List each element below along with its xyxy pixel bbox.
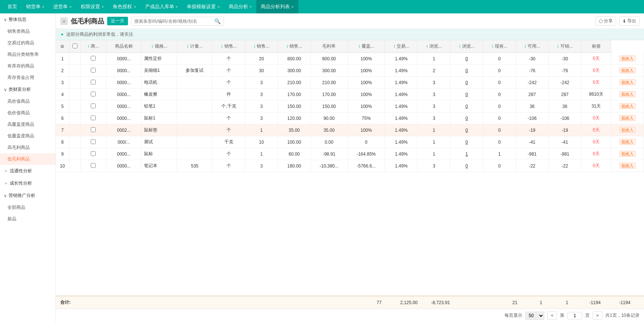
browse1-link[interactable]: 0 bbox=[465, 140, 468, 145]
search-input[interactable] bbox=[134, 19, 214, 24]
per-page-select[interactable]: 50 10 20 100 bbox=[525, 312, 544, 320]
row-checkbox[interactable] bbox=[80, 112, 106, 124]
sidebar-section-wealth[interactable]: ∨ 类财富分析 bbox=[0, 83, 55, 96]
sidebar-item-category-sales-rate[interactable]: 商品分类销售率 bbox=[0, 49, 55, 60]
sidebar-item-low-value[interactable]: 低价值商品 bbox=[0, 107, 55, 119]
row-browse1[interactable]: 0 bbox=[450, 124, 483, 136]
browse1-link[interactable]: 0 bbox=[465, 128, 468, 133]
row-checkbox[interactable] bbox=[80, 124, 106, 136]
sidebar-section-marketing[interactable]: ∨ 营销推广分析 bbox=[0, 189, 55, 202]
sidebar-item-stock-capital[interactable]: 库存资金占用 bbox=[0, 72, 55, 83]
nav-item-permissions[interactable]: 权限设置 × bbox=[76, 0, 108, 13]
row-browse1[interactable]: 0 bbox=[450, 160, 483, 172]
page-title: 低毛利商品 bbox=[71, 17, 104, 26]
browse1-link[interactable]: 0 bbox=[465, 92, 468, 97]
browse1-link[interactable]: 0 bbox=[465, 80, 468, 85]
col-coverage[interactable]: ↕ 覆盖... bbox=[347, 40, 385, 53]
close-icon[interactable]: × bbox=[176, 4, 178, 9]
sidebar-item-high-coverage[interactable]: 高覆盖度商品 bbox=[0, 119, 55, 130]
sidebar-item-low-margin[interactable]: 低毛利商品 bbox=[0, 153, 55, 165]
nav-item-analysis-list[interactable]: 商品分析列表 × bbox=[256, 0, 298, 13]
filter-recent-month-button[interactable]: 近一月 bbox=[107, 17, 128, 25]
row-checkbox[interactable] bbox=[80, 89, 106, 101]
col-browse1[interactable]: ↕ 浏览... bbox=[418, 40, 451, 53]
sidebar-section-overall[interactable]: ∨ 整体信息 bbox=[0, 13, 55, 26]
close-icon[interactable]: × bbox=[250, 4, 252, 9]
col-name[interactable]: 商品名称 bbox=[106, 40, 141, 53]
row-browse1[interactable]: 0 bbox=[450, 65, 483, 77]
col-sales-profit[interactable]: ↕ 销售... bbox=[278, 40, 311, 53]
row-browse1[interactable]: 0 bbox=[450, 89, 483, 101]
row-checkbox[interactable] bbox=[80, 65, 106, 77]
sidebar-item-traded-products[interactable]: 交易过的商品 bbox=[0, 37, 55, 49]
col-unit[interactable]: ↕ 计量... bbox=[177, 40, 212, 53]
col-trans-count[interactable]: ↕ 交易... bbox=[385, 40, 418, 53]
row-checkbox[interactable] bbox=[80, 53, 106, 65]
sidebar-item-high-value[interactable]: 高价值商品 bbox=[0, 96, 55, 107]
row-browse1[interactable]: 0 bbox=[450, 53, 483, 65]
sidebar-item-new-products[interactable]: 新品 bbox=[0, 213, 55, 225]
browse1-link[interactable]: 0 bbox=[465, 68, 468, 73]
browse1-link[interactable]: 0 bbox=[465, 116, 468, 121]
sidebar-item-low-coverage[interactable]: 低覆盖度商品 bbox=[0, 130, 55, 142]
col-checkbox[interactable] bbox=[69, 40, 80, 53]
row-checkbox[interactable] bbox=[80, 136, 106, 148]
col-current-stock[interactable]: ↕ 现有... bbox=[483, 40, 516, 53]
row-checkbox[interactable] bbox=[80, 77, 106, 89]
row-available-stock: 36 bbox=[548, 101, 581, 112]
close-icon[interactable]: × bbox=[134, 4, 136, 9]
col-available-stock[interactable]: ↕ 可用... bbox=[516, 40, 548, 53]
nav-item-product-entry[interactable]: 产成品入库单 × bbox=[141, 0, 182, 13]
close-icon[interactable]: × bbox=[291, 4, 294, 9]
row-checkbox[interactable] bbox=[80, 160, 106, 172]
row-sales-qty: 3 bbox=[245, 101, 278, 112]
sidebar-item-high-margin[interactable]: 高毛利商品 bbox=[0, 142, 55, 153]
nav-item-template[interactable]: 单据模板设置 × bbox=[182, 0, 224, 13]
row-browse1[interactable]: 0 bbox=[450, 136, 483, 148]
browse1-link[interactable]: 0 bbox=[465, 104, 468, 109]
row-coverage: 1.49% bbox=[385, 148, 418, 160]
nav-item-roles[interactable]: 角色授权 × bbox=[108, 0, 140, 13]
col-saleable-stock[interactable]: ↕ 可销... bbox=[548, 40, 581, 53]
col-sales-amount[interactable]: ↕ 销售... bbox=[245, 40, 278, 53]
col-spec[interactable]: ↕ 规格... bbox=[141, 40, 177, 53]
next-page-button[interactable]: ＞ bbox=[593, 311, 602, 320]
browse1-link[interactable]: 0 bbox=[465, 163, 468, 169]
row-checkbox[interactable] bbox=[80, 101, 106, 112]
nav-item-purchase[interactable]: 进货单 × bbox=[49, 0, 76, 13]
sidebar-item-in-stock[interactable]: 有库存的商品 bbox=[0, 60, 55, 72]
share-button[interactable]: ⬡ 分享 bbox=[596, 16, 616, 26]
nav-item-analysis[interactable]: 商品分析 × bbox=[224, 0, 256, 13]
prev-page-button[interactable]: ＜ bbox=[547, 311, 557, 320]
row-browse1[interactable]: 0 bbox=[450, 101, 483, 112]
col-code[interactable]: ↕ 商... bbox=[80, 40, 106, 53]
close-icon[interactable]: × bbox=[217, 4, 220, 9]
search-icon[interactable]: 🔍 bbox=[214, 18, 221, 24]
browse1-link[interactable]: 1 bbox=[465, 152, 468, 157]
browse1-link[interactable]: 0 bbox=[465, 56, 468, 61]
close-icon[interactable]: × bbox=[102, 4, 104, 9]
col-gross-margin[interactable]: 毛利率 bbox=[311, 40, 347, 53]
sidebar-section-growth[interactable]: ＞ 成长性分析 bbox=[0, 177, 55, 189]
total-sales-amount: 2,125.00 bbox=[394, 300, 424, 305]
col-browse2[interactable]: ↕ 浏览... bbox=[450, 40, 483, 53]
page-input[interactable] bbox=[567, 312, 582, 319]
select-all-checkbox[interactable] bbox=[73, 44, 77, 48]
sidebar-item-all-products[interactable]: 全部商品 bbox=[0, 202, 55, 213]
sidebar-item-sales-products[interactable]: 销售类商品 bbox=[0, 26, 55, 37]
export-button[interactable]: ⬇ 导出 bbox=[619, 16, 640, 26]
sidebar-section-circulation[interactable]: ＞ 流通性分析 bbox=[0, 165, 55, 177]
nav-item-home[interactable]: 首页 bbox=[3, 0, 22, 13]
row-name: 橡皮擦 bbox=[141, 89, 177, 101]
row-browse1[interactable]: 1 bbox=[450, 148, 483, 160]
row-browse1[interactable]: 0 bbox=[450, 77, 483, 89]
col-sales-qty[interactable]: ↕ 销售... bbox=[212, 40, 245, 53]
row-checkbox[interactable] bbox=[80, 148, 106, 160]
close-icon[interactable]: × bbox=[69, 4, 71, 9]
collapse-sidebar-button[interactable]: « bbox=[60, 17, 68, 25]
close-icon[interactable]: × bbox=[42, 4, 44, 9]
row-coverage: 1.49% bbox=[385, 101, 418, 112]
row-browse1[interactable]: 0 bbox=[450, 112, 483, 124]
col-settings[interactable]: ⚙ bbox=[56, 40, 69, 53]
nav-item-sales[interactable]: 销货单 × bbox=[22, 0, 49, 13]
